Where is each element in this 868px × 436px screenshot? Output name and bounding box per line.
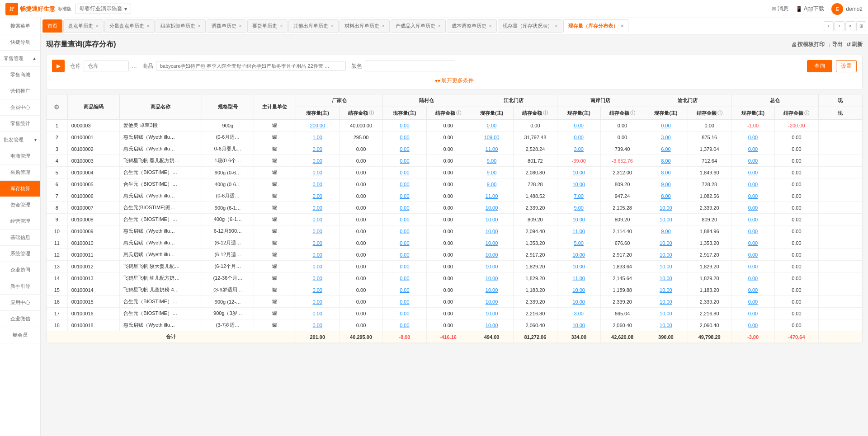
cell-na-qty[interactable]: 10.00: [557, 261, 600, 272]
sidebar-item-marketing[interactable]: 营销推广: [0, 83, 40, 99]
cell-lc-qty[interactable]: 0.00: [383, 272, 426, 284]
cell-jb-qty[interactable]: 9.00: [470, 155, 513, 167]
cell-gc-qty[interactable]: 1.00: [296, 131, 339, 143]
cell-gc-qty[interactable]: 0.00: [296, 155, 339, 167]
search-btn[interactable]: 查询: [807, 60, 832, 72]
cell-yb-qty[interactable]: 10.00: [644, 296, 688, 308]
cell-zc-qty[interactable]: 0.00: [731, 155, 774, 167]
cell-yb-qty[interactable]: 8.00: [644, 190, 688, 202]
sidebar-item-guide[interactable]: 新手引导: [0, 278, 40, 295]
cell-jb-qty[interactable]: 10.00: [470, 261, 513, 272]
cell-yb-qty[interactable]: 0.00: [644, 120, 688, 131]
cell-jb-qty[interactable]: 10.00: [470, 214, 513, 225]
tab-cost-adjust-close[interactable]: ×: [489, 23, 492, 28]
sidebar-item-finance[interactable]: 资金管理: [0, 197, 40, 213]
tab-requisition[interactable]: 要货单历史 ×: [247, 19, 288, 33]
cell-na-qty[interactable]: 10.00: [557, 167, 600, 178]
cell-lc-qty[interactable]: 0.00: [383, 296, 426, 308]
cell-lc-qty[interactable]: 0.00: [383, 261, 426, 272]
cell-lc-qty[interactable]: 0.00: [383, 202, 426, 214]
cell-na-qty[interactable]: 10.00: [557, 319, 600, 331]
cell-gc-qty[interactable]: 0.00: [296, 190, 339, 202]
cell-jb-qty[interactable]: 10.00: [470, 296, 513, 308]
cell-yb-qty[interactable]: 10.00: [644, 284, 688, 296]
warehouse-more-btn[interactable]: …: [132, 63, 137, 69]
cell-jb-qty[interactable]: 10.00: [470, 249, 513, 261]
cell-zc-qty[interactable]: 0.00: [731, 225, 774, 237]
cell-lc-qty[interactable]: 0.00: [383, 131, 426, 143]
cell-na-qty[interactable]: 3.00: [557, 143, 600, 155]
user-area[interactable]: E demo2: [831, 3, 863, 15]
tab-stocktake[interactable]: 盘点单历史 ×: [63, 19, 104, 33]
cell-lc-qty[interactable]: 0.00: [383, 155, 426, 167]
sidebar-item-vip[interactable]: 畅会员: [0, 327, 40, 343]
tab-stock-status-close[interactable]: ×: [555, 23, 558, 28]
cell-yb-qty[interactable]: 8.00: [644, 155, 688, 167]
cell-gc-qty[interactable]: 0.00: [296, 319, 339, 331]
color-input[interactable]: [365, 61, 455, 71]
cell-lc-qty[interactable]: 0.00: [383, 167, 426, 178]
tab-next-btn[interactable]: ›: [835, 21, 844, 31]
cell-yb-qty[interactable]: 10.00: [644, 237, 688, 249]
tab-other-out-close[interactable]: ×: [331, 23, 334, 28]
cell-lc-qty[interactable]: 0.00: [383, 249, 426, 261]
cell-zc-qty[interactable]: 0.00: [731, 261, 774, 272]
tab-prev-btn[interactable]: ‹: [824, 21, 834, 31]
yb-amt-info-icon[interactable]: ⓘ: [717, 110, 722, 116]
cell-na-qty[interactable]: 11.00: [557, 272, 600, 284]
sidebar-item-collab[interactable]: 企业协同: [0, 262, 40, 278]
cell-yb-qty[interactable]: 10.00: [644, 249, 688, 261]
cell-jb-qty[interactable]: 9.00: [470, 167, 513, 178]
sidebar-item-purchase[interactable]: 采购管理: [0, 164, 40, 181]
cell-jb-qty[interactable]: 11.00: [470, 190, 513, 202]
tab-finished-in-close[interactable]: ×: [438, 23, 441, 28]
sidebar-item-basics[interactable]: 基础信息: [0, 230, 40, 246]
tab-material-out[interactable]: 材料出库单历史 ×: [340, 19, 390, 33]
message-btn[interactable]: ✉ 消息: [772, 5, 788, 13]
cell-zc-qty[interactable]: 0.00: [731, 131, 774, 143]
cell-na-qty[interactable]: 7.00: [557, 190, 600, 202]
sidebar-item-wholesale[interactable]: 批发管理 ▾: [0, 132, 40, 148]
cell-zc-qty[interactable]: -1.00: [731, 120, 774, 131]
product-input[interactable]: [156, 61, 346, 71]
cell-yb-qty[interactable]: 10.00: [644, 214, 688, 225]
sidebar-item-retail-mgmt[interactable]: 零售管理 ▲: [0, 51, 40, 67]
sidebar-item-member[interactable]: 会员中心: [0, 99, 40, 116]
cell-na-qty[interactable]: 10.00: [557, 249, 600, 261]
cell-na-qty[interactable]: 10.00: [557, 178, 600, 190]
tab-menu-btn[interactable]: ⊞: [856, 21, 866, 31]
cell-lc-qty[interactable]: 0.00: [383, 319, 426, 331]
cell-zc-qty[interactable]: 0.00: [731, 202, 774, 214]
cell-yb-qty[interactable]: 6.00: [644, 143, 688, 155]
cell-jb-qty[interactable]: 0.00: [470, 120, 513, 131]
tab-stock-status[interactable]: 现存量（库存状况表） ×: [498, 19, 563, 33]
cell-gc-qty[interactable]: 0.00: [296, 249, 339, 261]
cell-na-qty[interactable]: -39.00: [557, 155, 600, 167]
settings-icon[interactable]: ⚙: [54, 103, 60, 111]
filter-expand-icon[interactable]: ▶: [52, 60, 65, 72]
cell-yb-qty[interactable]: 3.00: [644, 131, 688, 143]
cell-na-qty[interactable]: 0.00: [557, 131, 600, 143]
tab-stock-dist-close[interactable]: ×: [621, 23, 623, 28]
sidebar-item-inventory[interactable]: 库存核算: [0, 181, 40, 197]
cell-na-qty[interactable]: 3.00: [557, 308, 600, 319]
cell-yb-qty[interactable]: 9.00: [644, 178, 688, 190]
sidebar-item-app-center[interactable]: 应用中心: [0, 295, 40, 311]
tab-transfer-close[interactable]: ×: [239, 23, 242, 28]
tab-stocktake-close[interactable]: ×: [96, 23, 99, 28]
cell-lc-qty[interactable]: 0.00: [383, 225, 426, 237]
sidebar-item-wechat[interactable]: 企业微信: [0, 311, 40, 327]
cell-gc-qty[interactable]: 0.00: [296, 284, 339, 296]
cell-gc-qty[interactable]: 0.00: [296, 237, 339, 249]
cell-zc-qty[interactable]: 0.00: [731, 308, 774, 319]
cell-na-qty[interactable]: 10.00: [557, 284, 600, 296]
cell-lc-qty[interactable]: 0.00: [383, 237, 426, 249]
cell-yb-qty[interactable]: 10.00: [644, 308, 688, 319]
cell-zc-qty[interactable]: 0.00: [731, 167, 774, 178]
cell-lc-qty[interactable]: 0.00: [383, 214, 426, 225]
cell-yb-qty[interactable]: 10.00: [644, 261, 688, 272]
cell-zc-qty[interactable]: 0.00: [731, 249, 774, 261]
th-settings[interactable]: ⚙: [47, 94, 67, 120]
cell-na-qty[interactable]: 10.00: [557, 296, 600, 308]
gc-amt-info-icon[interactable]: ⓘ: [369, 110, 374, 116]
